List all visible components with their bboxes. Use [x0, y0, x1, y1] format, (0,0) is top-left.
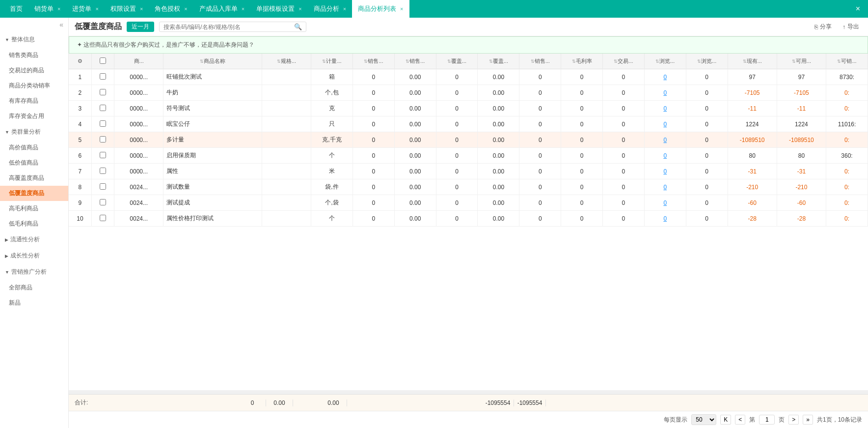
sidebar-item-销售类商品[interactable]: 销售类商品: [0, 48, 68, 63]
sidebar-section-类群量分析[interactable]: ▼ 类群量分析: [0, 124, 68, 140]
row-checkbox-input[interactable]: [100, 152, 106, 158]
col-header-saleable[interactable]: ⇅可销...: [826, 54, 868, 69]
search-icon[interactable]: 🔍: [294, 23, 302, 30]
row-checkbox-input[interactable]: [100, 215, 106, 221]
row-checkbox-input[interactable]: [100, 73, 106, 80]
row-spec: [262, 85, 311, 101]
row-checkbox-input[interactable]: [100, 168, 106, 174]
sidebar-item-低价值商品[interactable]: 低价值商品: [0, 155, 68, 171]
col-header-unit[interactable]: ⇅计量...: [311, 54, 353, 69]
nav-tab-进货单[interactable]: 进货单×: [66, 0, 104, 18]
nav-tab-商品分析列表[interactable]: 商品分析列表×: [352, 0, 409, 18]
settings-icon[interactable]: ⚙: [78, 58, 82, 64]
page-size-select[interactable]: 102050100: [691, 414, 716, 425]
last-page-button[interactable]: »: [803, 415, 813, 425]
close-tab-icon[interactable]: ×: [242, 0, 244, 18]
sidebar-item-库存资金占用[interactable]: 库存资金占用: [0, 109, 68, 124]
col-header-sales_qty[interactable]: ⇅销售...: [353, 54, 394, 69]
horizontal-scrollbar[interactable]: [69, 390, 868, 394]
sidebar-item-高覆盖度商品[interactable]: 高覆盖度商品: [0, 171, 68, 186]
nav-tab-角色授权[interactable]: 角色授权×: [149, 0, 193, 18]
sidebar-item-新品[interactable]: 新品: [0, 295, 68, 311]
close-tab-icon[interactable]: ×: [343, 0, 346, 18]
row-code: 0000...: [114, 69, 163, 85]
col-header-current[interactable]: ⇅现有...: [728, 54, 777, 69]
export-button[interactable]: ↑ 导出: [840, 22, 862, 32]
row-checkbox[interactable]: [91, 101, 114, 116]
sidebar-section-整体信息[interactable]: ▼ 整体信息: [0, 31, 68, 48]
sidebar-item-有库存商品[interactable]: 有库存商品: [0, 93, 68, 109]
sidebar-section-流通性分析[interactable]: ▶ 流通性分析: [0, 231, 68, 248]
prev-page-button[interactable]: <: [735, 415, 745, 425]
col-header-checkbox[interactable]: [91, 54, 114, 69]
close-tab-icon[interactable]: ×: [298, 0, 301, 18]
period-button[interactable]: 近一月: [127, 22, 154, 32]
col-header-gross_rate[interactable]: ⇅毛利率: [561, 54, 603, 69]
search-input[interactable]: [163, 24, 294, 30]
sidebar-item-商品分类动销率[interactable]: 商品分类动销率: [0, 78, 68, 93]
row-checkbox-input[interactable]: [100, 136, 106, 143]
col-header-sales_amt[interactable]: ⇅销售...: [394, 54, 436, 69]
nav-tab-权限设置[interactable]: 权限设置×: [105, 0, 149, 18]
close-tab-icon[interactable]: ×: [184, 0, 187, 18]
col-header-available[interactable]: ⇅可用...: [777, 54, 826, 69]
page-number-input[interactable]: [759, 415, 775, 425]
sidebar-item-低毛利商品[interactable]: 低毛利商品: [0, 216, 68, 231]
close-tab-icon[interactable]: ×: [140, 0, 143, 18]
row-checkbox-input[interactable]: [100, 89, 106, 95]
col-header-browse2[interactable]: ⇅浏览...: [686, 54, 728, 69]
row-checkbox-input[interactable]: [100, 105, 106, 111]
row-coverage1: 0: [436, 69, 478, 85]
row-checkbox-input[interactable]: [100, 183, 106, 190]
col-header-code[interactable]: 商...: [114, 54, 163, 69]
row-checkbox[interactable]: [91, 116, 114, 132]
close-tab-icon[interactable]: ×: [57, 0, 60, 18]
row-available: -210: [777, 179, 826, 195]
col-header-sales3[interactable]: ⇅销售...: [519, 54, 561, 69]
row-checkbox-input[interactable]: [100, 120, 106, 127]
nav-tab-商品分析[interactable]: 商品分析×: [308, 0, 352, 18]
col-header-coverage1[interactable]: ⇅覆盖...: [436, 54, 478, 69]
sidebar-item-全部商品[interactable]: 全部商品: [0, 280, 68, 295]
sidebar-item-高毛利商品[interactable]: 高毛利商品: [0, 201, 68, 216]
row-checkbox[interactable]: [91, 164, 114, 179]
row-checkbox-input[interactable]: [100, 199, 106, 205]
row-checkbox[interactable]: [91, 132, 114, 148]
row-checkbox[interactable]: [91, 85, 114, 101]
close-all-button[interactable]: ×: [852, 4, 864, 13]
sidebar-item-低覆盖度商品[interactable]: 低覆盖度商品: [0, 186, 68, 201]
close-tab-icon[interactable]: ×: [400, 0, 403, 18]
col-header-name[interactable]: ⇅商品名称: [163, 54, 262, 69]
nav-tab-产成品入库单[interactable]: 产成品入库单×: [193, 0, 250, 18]
row-checkbox[interactable]: [91, 195, 114, 211]
sidebar-section-营销推广分析[interactable]: ▼ 营销推广分析: [0, 264, 68, 280]
nav-tab-销货单[interactable]: 销货单×: [28, 0, 66, 18]
row-checkbox[interactable]: [91, 211, 114, 227]
col-header-browse1[interactable]: ⇅浏览...: [644, 54, 686, 69]
select-all-checkbox[interactable]: [100, 57, 106, 64]
row-saleable: 11016:: [826, 116, 868, 132]
col-header-transaction[interactable]: ⇅交易...: [603, 54, 645, 69]
collapse-sidebar-button[interactable]: «: [59, 21, 63, 29]
row-checkbox[interactable]: [91, 148, 114, 164]
close-tab-icon[interactable]: ×: [95, 0, 98, 18]
share-button[interactable]: ⎘ 分享: [812, 22, 835, 32]
col-header-coverage2[interactable]: ⇅覆盖...: [478, 54, 519, 69]
row-checkbox[interactable]: [91, 179, 114, 195]
first-page-button[interactable]: K: [720, 415, 731, 425]
row-name: 牛奶: [163, 85, 262, 101]
row-sales-amt: 0.00: [394, 195, 436, 211]
row-checkbox[interactable]: [91, 69, 114, 85]
next-page-button[interactable]: >: [788, 415, 799, 425]
footer-cell-11: -1095554: [482, 399, 514, 406]
row-transaction: 0: [603, 116, 645, 132]
nav-tab-单据模板设置[interactable]: 单据模板设置×: [250, 0, 307, 18]
col-header-spec[interactable]: ⇅规格...: [262, 54, 311, 69]
row-transaction: 0: [603, 69, 645, 85]
col-header-settings[interactable]: ⚙: [69, 54, 91, 69]
nav-tab-首页[interactable]: 首页: [4, 0, 28, 18]
sidebar-item-交易过的商品[interactable]: 交易过的商品: [0, 63, 68, 78]
sidebar-section-成长性分析[interactable]: ▶ 成长性分析: [0, 248, 68, 264]
sidebar-item-高价值商品[interactable]: 高价值商品: [0, 140, 68, 155]
content-header: 低覆盖度商品 近一月 🔍 ⎘ 分享 ↑ 导出: [69, 18, 868, 36]
